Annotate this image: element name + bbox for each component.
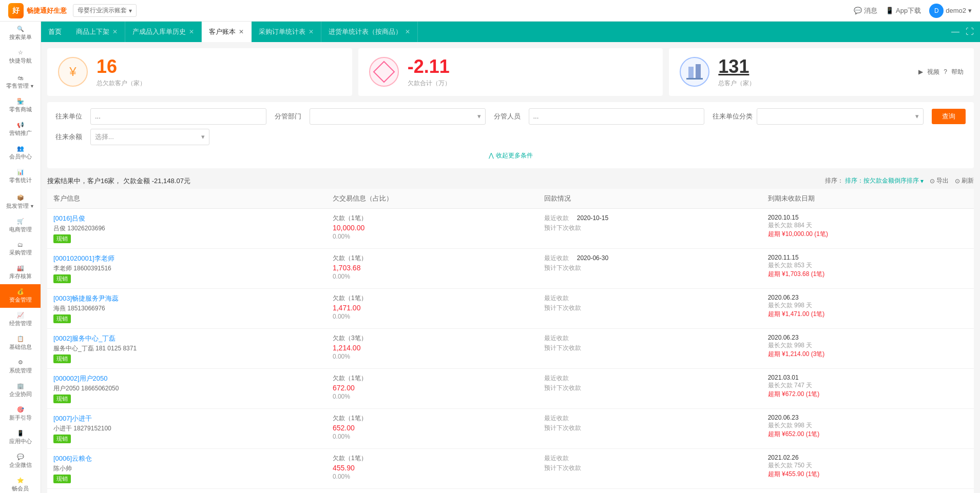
top-bar: 好 畅捷通好生意 母婴行业演示账套 ▾ 💬 消息 📱 App下载 D demo2…: [0, 0, 980, 22]
tab-close-icon[interactable]: ✕: [189, 28, 194, 35]
sidebar-item-retail-stats[interactable]: 📊 零售统计: [0, 165, 41, 188]
customer-name[interactable]: [000002]用户2050: [53, 374, 320, 383]
overdue-days: 最长欠款 750 天: [768, 461, 968, 470]
col-debt-info: 欠交易信息（占比）: [326, 189, 538, 209]
customer-phone: 小进干 18279152100: [53, 424, 320, 433]
message-label: 消息: [864, 6, 877, 15]
dept-select[interactable]: ▾: [310, 108, 486, 125]
overdue-amount[interactable]: 超期 ¥1,214.00 (3笔): [768, 350, 968, 359]
gear-icon: ⚙: [18, 359, 23, 366]
debt-amount[interactable]: 1,703.68: [333, 264, 532, 272]
debt-amount[interactable]: 672.00: [333, 384, 532, 392]
svg-text:¥: ¥: [69, 65, 76, 78]
customer-name[interactable]: [0001020001]李老师: [53, 254, 320, 263]
sidebar-item-basic-info[interactable]: 📋 基础信息: [0, 331, 41, 355]
sidebar-item-warehouse[interactable]: 🏭 库存核算: [0, 261, 41, 284]
debt-count: 欠款（1笔）: [333, 414, 532, 423]
sidebar-item-operation[interactable]: 📈 经营管理: [0, 308, 41, 331]
tab-purchase-product[interactable]: 进货单统计表（按商品） ✕: [321, 22, 418, 42]
overdue-amount[interactable]: 超期 ¥10,000.00 (1笔): [768, 230, 968, 239]
tab-customer-account[interactable]: 客户账本 ✕: [202, 22, 252, 42]
message-btn[interactable]: 💬 消息: [854, 6, 877, 15]
search-button[interactable]: 查询: [932, 109, 966, 124]
tab-product-history[interactable]: 产成品入库单历史 ✕: [125, 22, 202, 42]
customer-name[interactable]: [0016]吕俊: [53, 214, 320, 223]
customer-name[interactable]: [0007]小进干: [53, 414, 320, 423]
help-label[interactable]: 帮助: [951, 68, 964, 76]
refresh-btn[interactable]: ⊙ 刷新: [955, 176, 974, 185]
stat-card-total-customers: 131 总客户（家） ▶ 视频 ? 帮助: [669, 48, 974, 96]
recovery-next: 预计下次收款: [544, 464, 756, 472]
customer-name[interactable]: [0002]服务中心_丁磊: [53, 334, 320, 343]
overdue-amount[interactable]: 超期 ¥652.00 (1笔): [768, 430, 968, 439]
overdue-date: 2020.10.15: [768, 214, 968, 221]
sidebar-item-newbie[interactable]: 🎯 新手引导: [0, 402, 41, 426]
from-unit-input[interactable]: ...: [90, 108, 266, 125]
sidebar-item-member-vip[interactable]: ⭐ 畅会员: [0, 473, 41, 493]
sidebar-item-purchase[interactable]: 🗂 采购管理: [0, 238, 41, 261]
tab-product-off[interactable]: 商品上下架 ✕: [69, 22, 125, 42]
customer-phone: 服务中心_丁磊 181 0125 8371: [53, 344, 320, 353]
table-header: 客户信息 欠交易信息（占比） 回款情况 到期未收款日期: [47, 189, 974, 209]
recovery-info: 最近收款: [544, 294, 756, 303]
sidebar-item-wechat[interactable]: 💬 企业微信: [0, 449, 41, 473]
stat-label-debt-customers: 总欠款客户（家）: [97, 79, 146, 88]
store-selector[interactable]: 母婴行业演示账套 ▾: [73, 4, 137, 17]
tab-maximize-btn[interactable]: ⛶: [964, 27, 976, 36]
tab-close-icon[interactable]: ✕: [309, 28, 314, 35]
recovery-next: 预计下次收款: [544, 344, 756, 352]
help-icon: ?: [944, 68, 947, 75]
debt-amount[interactable]: 652.00: [333, 424, 532, 432]
sidebar-item-marketing[interactable]: 📢 营销推广: [0, 117, 41, 141]
sidebar-item-batch-manage[interactable]: 📦 批发管理 ▼: [0, 190, 41, 214]
sidebar-quick-nav[interactable]: ☆ 快捷导航: [0, 45, 41, 69]
debt-amount[interactable]: 1,214.00: [333, 344, 532, 352]
stats-row: ¥ 16 总欠款客户（家）: [47, 48, 974, 96]
due-date-cell: 2020.10.15 最长欠款 884 天 超期 ¥10,000.00 (1笔): [762, 208, 974, 248]
debt-percent: 0.00%: [333, 433, 532, 440]
sidebar-item-label: 畅会员: [12, 485, 29, 492]
debt-amount[interactable]: 1,471.00: [333, 304, 532, 312]
unit-class-select[interactable]: ▾: [757, 108, 924, 125]
person-input[interactable]: ...: [529, 108, 705, 125]
avatar: D: [929, 4, 944, 18]
overdue-amount[interactable]: 超期 ¥455.90 (1笔): [768, 470, 968, 479]
app-center-icon: 📱: [17, 430, 24, 437]
overdue-amount[interactable]: 超期 ¥672.00 (1笔): [768, 390, 968, 399]
customer-phone: 李老师 18600391516: [53, 264, 320, 273]
sort-btn[interactable]: 排序： 排序：按欠款金额倒序排序 ▾: [825, 176, 924, 185]
tab-purchase-stats[interactable]: 采购订单统计表 ✕: [252, 22, 321, 42]
debt-percent: 0.00%: [333, 273, 532, 280]
debt-amount[interactable]: 455.90: [333, 464, 532, 472]
sidebar-item-app-center[interactable]: 📱 应用中心: [0, 426, 41, 449]
balance-select[interactable]: 选择... ▾: [90, 129, 209, 145]
export-btn[interactable]: ⊙ 导出: [930, 176, 949, 185]
recovery-label: 最近收款: [544, 455, 569, 462]
customer-name[interactable]: [0006]云粮仓: [53, 454, 320, 463]
chevron-down-icon: ▾: [968, 7, 972, 14]
overdue-amount[interactable]: 超期 ¥1,703.68 (1笔): [768, 270, 968, 279]
view-label[interactable]: 视频: [927, 68, 939, 76]
tab-close-icon[interactable]: ✕: [239, 28, 244, 35]
sidebar-item-retail-store[interactable]: 🏪 零售商城: [0, 94, 41, 117]
sidebar-item-finance[interactable]: 💰 资金管理: [0, 284, 41, 308]
sidebar-item-retail-manage[interactable]: 🛍 零售管理 ▼: [0, 71, 41, 94]
app-download-btn[interactable]: 📱 App下载: [886, 6, 921, 15]
collapse-btn[interactable]: ⋀ 收起更多条件: [55, 149, 966, 162]
tab-home[interactable]: 首页: [41, 22, 69, 42]
sidebar-item-system[interactable]: ⚙ 系统管理: [0, 355, 41, 379]
tab-close-icon[interactable]: ✕: [405, 28, 410, 35]
user-menu[interactable]: D demo2 ▾: [929, 4, 972, 18]
tab-minimize-btn[interactable]: —: [949, 27, 962, 36]
sidebar-item-enterprise[interactable]: 🏢 企业协同: [0, 379, 41, 402]
svg-rect-7: [686, 78, 703, 80]
customer-name[interactable]: [0003]畅捷服务尹海蕊: [53, 294, 320, 303]
sidebar-item-ecommerce[interactable]: 🛒 电商管理: [0, 214, 41, 238]
overdue-amount[interactable]: 超期 ¥1,471.00 (1笔): [768, 310, 968, 319]
sidebar-item-member[interactable]: 👥 会员中心: [0, 141, 41, 165]
sidebar-search[interactable]: 🔍 搜索菜单: [0, 22, 41, 45]
tab-close-icon[interactable]: ✕: [112, 28, 118, 35]
debt-percent: 0.00%: [333, 353, 532, 360]
overdue-days: 最长欠款 998 天: [768, 341, 968, 350]
debt-amount[interactable]: 10,000.00: [333, 224, 532, 232]
